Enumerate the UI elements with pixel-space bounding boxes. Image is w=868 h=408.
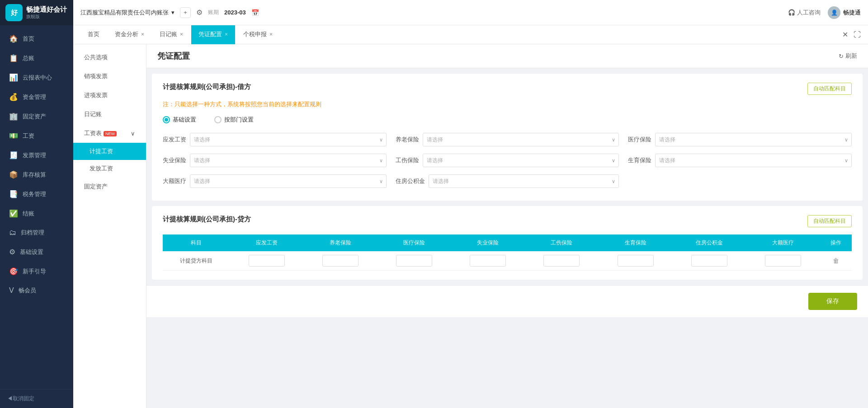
left-nav-sales-invoice[interactable]: 销项发票	[73, 67, 146, 86]
input-gongshang[interactable]	[543, 255, 580, 267]
select-gjj[interactable]: 请选择	[429, 174, 619, 188]
tab-funds[interactable]: 资金分析 ×	[108, 25, 151, 44]
label-daeyiliao: 大额医疗	[163, 177, 186, 185]
tab-journal[interactable]: 日记账 ×	[152, 25, 190, 44]
calendar-icon[interactable]: 📅	[251, 9, 259, 16]
sidebar-item-ledger[interactable]: 📋 总账	[0, 48, 73, 68]
expand-icon[interactable]: ⛶	[854, 31, 861, 39]
left-nav-payout[interactable]: 发放工资	[73, 160, 146, 177]
sidebar-item-reports[interactable]: 📊 云报表中心	[0, 68, 73, 87]
tab-home-label: 首页	[88, 30, 99, 38]
input-shengyu[interactable]	[618, 255, 654, 267]
select-yiliao[interactable]: 请选择	[655, 133, 852, 146]
tab-tax[interactable]: 个税申报 ×	[236, 25, 280, 44]
logo-area: 好 畅捷通好会计 旗舰版	[0, 0, 73, 25]
sidebar-item-assets[interactable]: 🏢 固定资产	[0, 107, 73, 126]
input-yanglao[interactable]	[322, 255, 359, 267]
select-yingfa[interactable]: 请选择	[190, 133, 387, 146]
left-nav-salary-parent[interactable]: 工资表NEW ∨	[73, 124, 146, 143]
field-yingfa: 应发工资 请选择	[163, 133, 387, 146]
sidebar-item-guide[interactable]: 🎯 新手引导	[0, 262, 73, 281]
add-account-button[interactable]: +	[180, 7, 191, 18]
left-nav-journal[interactable]: 日记账	[73, 105, 146, 124]
th-subject: 科目	[163, 234, 230, 251]
sidebar-nav: 🏠 首页 📋 总账 📊 云报表中心 💰 资金管理 🏢 固定资产 💵 工资 🧾 发…	[0, 25, 73, 389]
support-label: 人工咨询	[797, 9, 821, 17]
close-books-icon: ✅	[9, 209, 18, 218]
select-yanglao[interactable]: 请选择	[423, 133, 619, 146]
th-yiliao: 医疗保险	[377, 234, 451, 251]
sidebar-label-salary: 工资	[23, 132, 34, 140]
main-content: 凭证配置 ↻ 刷新 自动匹配科目 计提核算规则(公司承担)-借方 注：只能选择一…	[146, 44, 868, 408]
user-area[interactable]: 👤 畅捷通	[828, 6, 861, 19]
select-shengyu[interactable]: 请选择	[655, 154, 852, 167]
credit-section-title: 计提核算规则(公司承担)-贷方	[163, 215, 852, 224]
input-gjj[interactable]	[691, 255, 727, 267]
tab-voucher-config[interactable]: 凭证配置 ×	[191, 25, 235, 44]
logo-icon: 好	[5, 4, 23, 21]
save-bar: 保存	[146, 285, 868, 317]
sidebar-item-tax[interactable]: 📑 税务管理	[0, 184, 73, 204]
tab-home[interactable]: 首页	[80, 25, 107, 44]
sidebar-item-salary[interactable]: 💵 工资	[0, 126, 73, 145]
chevron-down-icon: ∨	[131, 130, 135, 137]
left-nav-fixed-assets[interactable]: 固定资产	[73, 177, 146, 196]
app-version: 旗舰版	[26, 14, 67, 20]
th-yanglao: 养老保险	[304, 234, 377, 251]
salary-icon: 💵	[9, 131, 18, 140]
unpin-button[interactable]: ◀取消固定	[0, 389, 73, 408]
field-yiliao: 医疗保险 请选择	[628, 133, 852, 146]
company-selector[interactable]: 江西服宝精品有限责任公司内账张 ▾	[80, 9, 175, 17]
input-daeyiliao[interactable]	[765, 255, 801, 267]
sidebar-item-inventory[interactable]: 📦 库存核算	[0, 165, 73, 184]
td-gongshang-input	[525, 251, 599, 271]
close-all-icon[interactable]: ✕	[842, 30, 848, 39]
debit-section-title: 计提核算规则(公司承担)-借方	[163, 83, 852, 91]
sidebar-label-archive: 归档管理	[21, 229, 44, 237]
sidebar-label-reports: 云报表中心	[23, 74, 52, 82]
left-nav-accrual[interactable]: 计提工资	[73, 143, 146, 160]
tab-tax-close[interactable]: ×	[269, 31, 273, 38]
sidebar-item-archive[interactable]: 🗂 归档管理	[0, 223, 73, 242]
td-daeyiliao-input	[746, 251, 820, 271]
sidebar-item-invoice[interactable]: 🧾 发票管理	[0, 145, 73, 165]
tab-voucher-close[interactable]: ×	[225, 31, 228, 38]
input-yiliao[interactable]	[396, 255, 432, 267]
refresh-button[interactable]: ↻ 刷新	[839, 52, 857, 60]
credit-section: 自动匹配科目 计提核算规则(公司承担)-贷方 科目 应发工资 养老保险 医疗保险…	[152, 206, 863, 280]
settings-gear-icon[interactable]: ⚙	[196, 8, 203, 17]
sidebar-item-close[interactable]: ✅ 结账	[0, 204, 73, 223]
delete-row-button[interactable]: 🗑	[833, 257, 839, 264]
select-gongshang[interactable]: 请选择	[423, 154, 619, 167]
select-shiye[interactable]: 请选择	[190, 154, 387, 167]
unpin-label: ◀取消固定	[7, 395, 34, 403]
input-shiye[interactable]	[470, 255, 506, 267]
top-right-area: 🎧 人工咨询 👤 畅捷通	[788, 6, 861, 19]
support-button[interactable]: 🎧 人工咨询	[788, 9, 821, 17]
input-yingfa[interactable]	[249, 255, 285, 267]
th-gongshang: 工伤保险	[525, 234, 599, 251]
tab-funds-close[interactable]: ×	[141, 31, 144, 38]
radio-basic[interactable]: 基础设置	[163, 116, 196, 124]
auto-match-debit-button[interactable]: 自动匹配科目	[807, 83, 852, 95]
left-nav-salary-label: 工资表NEW	[84, 129, 117, 137]
td-shengyu-input	[599, 251, 672, 271]
label-yiliao: 医疗保险	[628, 136, 651, 144]
radio-dept[interactable]: 按部门设置	[214, 116, 254, 124]
save-button[interactable]: 保存	[808, 293, 857, 310]
sidebar-item-funds[interactable]: 💰 资金管理	[0, 87, 73, 107]
tab-journal-close[interactable]: ×	[180, 31, 183, 38]
th-shengyu: 生育保险	[599, 234, 672, 251]
th-shiye: 失业保险	[451, 234, 525, 251]
select-daeyiliao[interactable]: 请选择	[190, 174, 387, 188]
td-yiliao-input	[377, 251, 451, 271]
left-nav-sales-label: 销项发票	[84, 73, 108, 80]
auto-match-credit-button[interactable]: 自动匹配科目	[807, 215, 852, 227]
left-nav-purchase-invoice[interactable]: 进项发票	[73, 86, 146, 105]
left-nav-public[interactable]: 公共选项	[73, 48, 146, 67]
sidebar-item-vip[interactable]: V 畅会员	[0, 281, 73, 300]
tab-actions: ✕ ⛶	[842, 30, 861, 39]
sidebar-item-settings[interactable]: ⚙ 基础设置	[0, 242, 73, 262]
sidebar-item-home[interactable]: 🏠 首页	[0, 29, 73, 48]
left-panel: 公共选项 销项发票 进项发票 日记账 工资表NEW ∨ 计提工资	[73, 44, 146, 408]
